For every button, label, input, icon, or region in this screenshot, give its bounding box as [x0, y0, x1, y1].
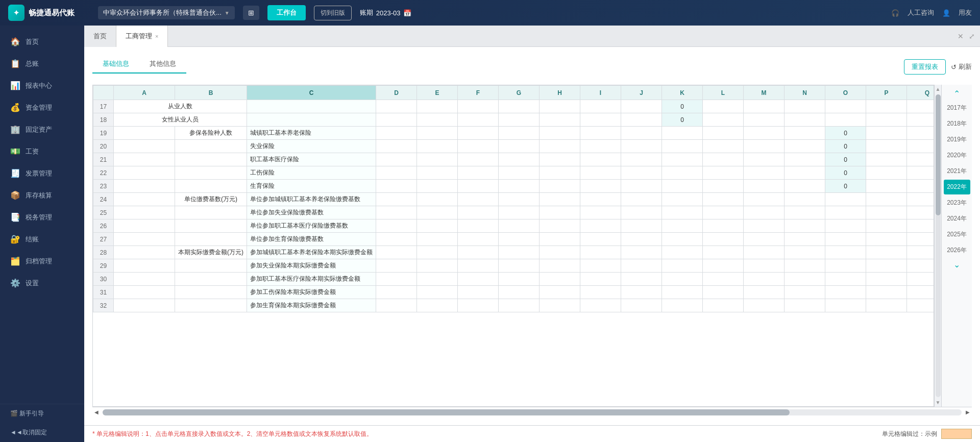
row-29-q[interactable] — [907, 259, 935, 273]
row-19-m[interactable] — [744, 127, 785, 140]
sub-tab-basic[interactable]: 基础信息 — [92, 55, 139, 73]
row-30-q[interactable] — [907, 273, 935, 286]
row-26-n[interactable] — [785, 219, 825, 233]
row-30-b[interactable] — [175, 273, 247, 286]
row-27-j[interactable] — [621, 233, 662, 246]
row-28-e[interactable] — [417, 246, 458, 259]
sidebar-item-assets[interactable]: 🏢 固定资产 — [0, 118, 84, 140]
row-31-a[interactable] — [114, 286, 175, 299]
row-18-f[interactable] — [458, 113, 499, 127]
row-18-c[interactable] — [247, 113, 376, 127]
sidebar-item-reports[interactable]: 📊 报表中心 — [0, 75, 84, 96]
row-18-a[interactable]: 女性从业人员 — [114, 113, 247, 127]
row-19-l[interactable] — [703, 127, 744, 140]
row-23-f[interactable] — [458, 180, 499, 193]
row-31-d[interactable] — [376, 286, 417, 299]
row-21-k[interactable] — [662, 153, 703, 166]
row-32-b[interactable] — [175, 299, 247, 312]
row-23-d[interactable] — [376, 180, 417, 193]
row-24-f[interactable] — [458, 193, 499, 206]
row-32-g[interactable] — [499, 299, 540, 312]
row-23-h[interactable] — [540, 180, 580, 193]
sidebar-item-settings[interactable]: ⚙️ 设置 — [0, 272, 84, 294]
row-22-l[interactable] — [703, 166, 744, 180]
row-23-c[interactable]: 生育保险 — [247, 180, 376, 193]
row-29-a[interactable] — [114, 259, 175, 273]
row-25-p[interactable] — [866, 206, 907, 219]
horizontal-scrollbar[interactable]: ◀ ▶ — [92, 407, 972, 417]
row-18-i[interactable] — [580, 113, 621, 127]
row-19-c[interactable]: 城镇职工基本养老保险 — [247, 127, 376, 140]
year-2020[interactable]: 2020年 — [944, 148, 970, 163]
row-25-b[interactable] — [175, 206, 247, 219]
row-18-q[interactable] — [907, 113, 935, 127]
row-30-g[interactable] — [499, 273, 540, 286]
row-19-e[interactable] — [417, 127, 458, 140]
row-27-l[interactable] — [703, 233, 744, 246]
row-21-b[interactable] — [175, 153, 247, 166]
row-26-k[interactable] — [662, 219, 703, 233]
row-19-p[interactable] — [866, 127, 907, 140]
row-28-l[interactable] — [703, 246, 744, 259]
sidebar-pin-button[interactable]: ◄◄取消固定 — [0, 423, 84, 442]
row-26-g[interactable] — [499, 219, 540, 233]
row-20-a[interactable] — [114, 140, 175, 153]
row-20-n[interactable] — [785, 140, 825, 153]
row-30-h[interactable] — [540, 273, 580, 286]
row-28-p[interactable] — [866, 246, 907, 259]
row-20-p[interactable] — [866, 140, 907, 153]
row-19-n[interactable] — [785, 127, 825, 140]
row-23-i[interactable] — [580, 180, 621, 193]
row-32-h[interactable] — [540, 299, 580, 312]
row-26-h[interactable] — [540, 219, 580, 233]
row-28-g[interactable] — [499, 246, 540, 259]
sidebar-item-closing[interactable]: 🔐 结账 — [0, 228, 84, 250]
row-31-e[interactable] — [417, 286, 458, 299]
row-32-p[interactable] — [866, 299, 907, 312]
row-17-k[interactable]: 0 — [662, 100, 703, 113]
row-21-n[interactable] — [785, 153, 825, 166]
row-21-a[interactable] — [114, 153, 175, 166]
row-26-l[interactable] — [703, 219, 744, 233]
row-17-h[interactable] — [540, 100, 580, 113]
row-26-p[interactable] — [866, 219, 907, 233]
row-26-j[interactable] — [621, 219, 662, 233]
row-27-h[interactable] — [540, 233, 580, 246]
row-21-h[interactable] — [540, 153, 580, 166]
row-19-j[interactable] — [621, 127, 662, 140]
row-27-q[interactable] — [907, 233, 935, 246]
row-29-i[interactable] — [580, 259, 621, 273]
row-23-n[interactable] — [785, 180, 825, 193]
workbench-button[interactable]: 工作台 — [267, 5, 306, 20]
row-31-n[interactable] — [785, 286, 825, 299]
row-29-m[interactable] — [744, 259, 785, 273]
row-19-i[interactable] — [580, 127, 621, 140]
row-22-o[interactable]: 0 — [825, 166, 866, 180]
row-25-d[interactable] — [376, 206, 417, 219]
row-17-d[interactable] — [376, 100, 417, 113]
row-20-m[interactable] — [744, 140, 785, 153]
sidebar-item-home[interactable]: 🏠 首页 — [0, 31, 84, 53]
row-24-e[interactable] — [417, 193, 458, 206]
year-2022[interactable]: 2022年 — [944, 180, 970, 194]
year-2019[interactable]: 2019年 — [944, 132, 970, 147]
row-18-g[interactable] — [499, 113, 540, 127]
year-2026[interactable]: 2026年 — [944, 243, 970, 258]
row-24-i[interactable] — [580, 193, 621, 206]
row-31-f[interactable] — [458, 286, 499, 299]
row-28-b[interactable]: 本期实际缴费金额(万元) — [175, 246, 247, 259]
sidebar-item-invoice[interactable]: 🧾 发票管理 — [0, 162, 84, 184]
row-27-m[interactable] — [744, 233, 785, 246]
row-19-d[interactable] — [376, 127, 417, 140]
row-29-d[interactable] — [376, 259, 417, 273]
row-22-q[interactable] — [907, 166, 935, 180]
row-21-g[interactable] — [499, 153, 540, 166]
company-icon-button[interactable]: ⊞ — [243, 6, 259, 20]
sidebar-new-guide[interactable]: 🎬 新手引导 — [0, 404, 84, 423]
row-30-e[interactable] — [417, 273, 458, 286]
row-21-j[interactable] — [621, 153, 662, 166]
row-21-q[interactable] — [907, 153, 935, 166]
row-17-e[interactable] — [417, 100, 458, 113]
support-label[interactable]: 人工咨询 — [908, 8, 934, 17]
row-23-p[interactable] — [866, 180, 907, 193]
